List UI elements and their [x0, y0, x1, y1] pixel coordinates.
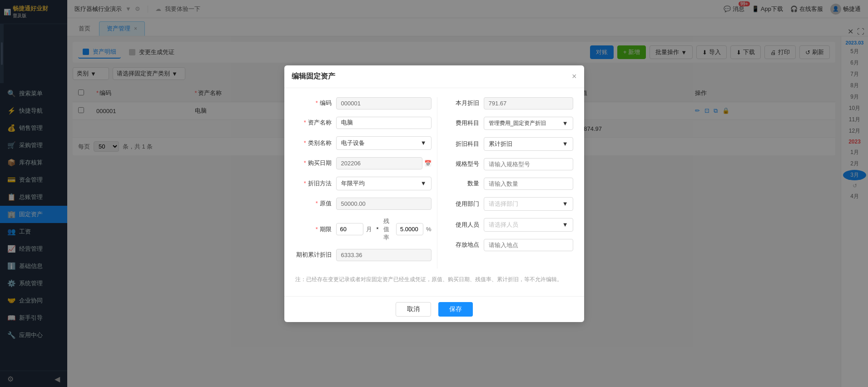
opening-depr-input[interactable] — [336, 249, 432, 261]
form-row-code: * 编码 — [295, 97, 432, 109]
department-placeholder: 请选择部门 — [489, 200, 518, 208]
spec-model-label: 规格型号 — [443, 160, 484, 168]
form-row-expense-subject: 费用科目 管理费用_固定资产折旧 ▼ — [443, 117, 573, 130]
code-input[interactable] — [336, 97, 432, 109]
period-input[interactable] — [336, 223, 363, 235]
category-select[interactable]: 电子设备 ▼ — [336, 136, 432, 150]
quantity-label: 数量 — [443, 179, 484, 188]
category-value: 电子设备 — [341, 139, 365, 147]
period-unit: 月 — [366, 225, 372, 233]
cancel-btn[interactable]: 取消 — [396, 302, 431, 317]
monthly-depr-input — [484, 97, 573, 109]
residual-rate-unit: % — [426, 226, 432, 233]
asset-name-input[interactable] — [336, 117, 432, 129]
residual-rate-input[interactable] — [396, 223, 423, 235]
form-row-depr-subject: 折旧科目 累计折旧 ▼ — [443, 137, 573, 151]
expense-subject-label: 费用科目 — [443, 119, 484, 127]
form-row-spec-model: 规格型号 — [443, 158, 573, 170]
person-placeholder: 请选择人员 — [489, 221, 518, 229]
modal-title: 编辑固定资产 — [292, 72, 335, 81]
form-row-department: 使用部门 请选择部门 ▼ — [443, 197, 573, 211]
save-btn[interactable]: 保存 — [438, 302, 473, 317]
expense-subject-select[interactable]: 管理费用_固定资产折旧 ▼ — [484, 117, 573, 130]
quantity-input[interactable] — [484, 178, 573, 190]
modal-close-btn[interactable]: × — [572, 72, 577, 81]
opening-depr-label: 期初累计折旧 — [295, 251, 336, 259]
purchase-date-input[interactable] — [336, 157, 422, 169]
depr-method-value: 年限平均 — [341, 179, 365, 188]
edit-asset-modal: 编辑固定资产 × * 编码 — [284, 65, 584, 322]
location-input[interactable] — [484, 239, 573, 251]
department-label: 使用部门 — [443, 200, 484, 208]
form-row-depr-method: * 折旧方法 年限平均 ▼ — [295, 177, 432, 190]
code-label: * 编码 — [295, 99, 336, 107]
original-value-input[interactable] — [336, 198, 432, 210]
form-row-period: * 期限 月 * 残值率 % — [295, 217, 432, 242]
monthly-depr-label: 本月折旧 — [443, 99, 484, 107]
modal-header: 编辑固定资产 × — [284, 65, 584, 88]
depr-subject-label: 折旧科目 — [443, 140, 484, 148]
person-select[interactable]: 请选择人员 ▼ — [484, 218, 573, 232]
person-label: 使用人员 — [443, 221, 484, 229]
form-row-asset-name: * 资产名称 — [295, 117, 432, 129]
form-left-col: * 编码 * 资产名称 — [295, 97, 437, 268]
dropdown-icon: ▼ — [421, 180, 427, 187]
asset-name-label: * 资产名称 — [295, 119, 336, 127]
dropdown-icon: ▼ — [562, 120, 568, 127]
modal-body: * 编码 * 资产名称 — [284, 88, 584, 296]
spec-model-input[interactable] — [484, 158, 573, 170]
dropdown-icon: ▼ — [562, 140, 568, 147]
depr-subject-select[interactable]: 累计折旧 ▼ — [484, 137, 573, 151]
form-row-category: * 类别名称 电子设备 ▼ — [295, 136, 432, 150]
form-row-purchase-date: * 购买日期 📅 — [295, 157, 432, 169]
modal-footer: 取消 保存 — [284, 296, 584, 322]
purchase-date-label: * 购买日期 — [295, 159, 336, 167]
location-label: 存放地点 — [443, 241, 484, 249]
form-row-original-value: * 原值 — [295, 198, 432, 210]
depr-method-label: * 折旧方法 — [295, 179, 336, 188]
dropdown-icon: ▼ — [421, 139, 427, 146]
period-label: * 期限 — [295, 225, 336, 233]
form-row-person: 使用人员 请选择人员 ▼ — [443, 218, 573, 232]
form-row-monthly-depr: 本月折旧 — [443, 97, 573, 109]
period-group: 月 * 残值率 % — [336, 217, 432, 242]
depr-subject-value: 累计折旧 — [489, 140, 512, 148]
form-row-opening-depr: 期初累计折旧 — [295, 249, 432, 261]
dropdown-icon: ▼ — [562, 221, 568, 228]
expense-subject-value: 管理费用_固定资产折旧 — [489, 119, 546, 127]
residual-rate-label: 残值率 — [383, 217, 393, 242]
department-select[interactable]: 请选择部门 ▼ — [484, 197, 573, 211]
form-row-quantity: 数量 — [443, 178, 573, 190]
modal-overlay: 编辑固定资产 × * 编码 — [0, 0, 868, 387]
category-label: * 类别名称 — [295, 139, 336, 147]
calendar-icon[interactable]: 📅 — [424, 160, 432, 167]
form-right-col: 本月折旧 费用科目 管理费用_固定资产折旧 ▼ — [437, 97, 573, 268]
original-value-label: * 原值 — [295, 199, 336, 208]
form-note: 注：已经存在变更记录或者对应固定资产已经生成凭证，原值、购买日期、残值率、累计折… — [295, 272, 573, 287]
dropdown-icon: ▼ — [562, 200, 568, 207]
form-row-location: 存放地点 — [443, 239, 573, 251]
depr-method-select[interactable]: 年限平均 ▼ — [336, 177, 432, 190]
